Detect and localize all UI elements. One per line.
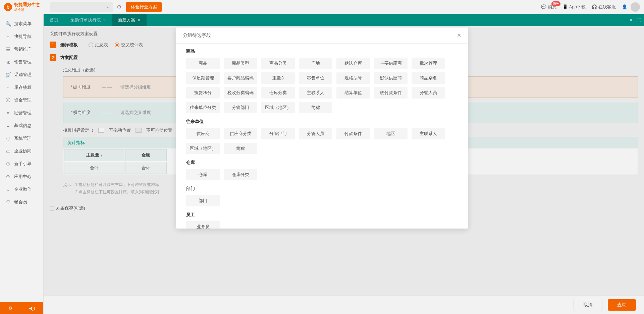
field-option[interactable]: 零售单位	[299, 72, 332, 84]
close-icon[interactable]: ✕	[457, 32, 461, 39]
field-option[interactable]: 拣货积分	[186, 87, 220, 99]
modal-mask: 分组待选字段 ✕ 商品商品商品类型商品分类产地默认仓库主要供应商批次管理保质期管…	[0, 0, 644, 314]
field-option[interactable]: 主要供应商	[374, 58, 408, 69]
field-group-title: 员工	[186, 212, 465, 218]
field-option[interactable]: 简称	[224, 143, 257, 154]
modal-title: 分组待选字段	[183, 33, 211, 39]
field-option[interactable]: 仓库分类	[224, 169, 257, 180]
field-option[interactable]: 地区	[374, 128, 408, 139]
field-picker-modal: 分组待选字段 ✕ 商品商品商品类型商品分类产地默认仓库主要供应商批次管理保质期管…	[176, 27, 468, 229]
field-option[interactable]: 商品	[186, 58, 220, 69]
field-option[interactable]: 重量3	[261, 72, 295, 84]
field-option[interactable]: 仓库分类	[261, 87, 295, 99]
field-option[interactable]: 税收分类编码	[224, 87, 257, 99]
field-option[interactable]: 分管部门	[261, 128, 295, 139]
field-group-2: 仓库仓库仓库分类	[186, 160, 465, 180]
field-group-title: 往来单位	[186, 119, 465, 125]
field-option[interactable]: 商品别名	[412, 72, 445, 84]
field-option[interactable]: 默认供应商	[374, 72, 408, 84]
field-option[interactable]: 商品分类	[261, 58, 295, 69]
field-option[interactable]: 区域（地区）	[186, 143, 220, 154]
field-group-4: 员工业务员	[186, 212, 465, 229]
field-group-title: 部门	[186, 186, 465, 192]
field-option[interactable]: 供应商分类	[224, 128, 257, 139]
field-option[interactable]: 供应商	[186, 128, 220, 139]
field-option[interactable]: 分管人员	[299, 128, 332, 139]
field-option[interactable]: 往来单位分类	[186, 102, 220, 113]
field-option[interactable]: 简称	[299, 102, 332, 113]
field-group-title: 仓库	[186, 160, 465, 166]
field-option[interactable]: 客户商品编码	[224, 72, 257, 84]
field-option[interactable]: 付款条件	[336, 128, 370, 139]
field-option[interactable]: 收付款条件	[374, 87, 408, 99]
field-option[interactable]: 商品类型	[224, 58, 257, 69]
field-group-1: 往来单位供应商供应商分类分管部门分管人员付款条件地区主联系人区域（地区）简称	[186, 119, 465, 154]
field-option[interactable]: 业务员	[186, 221, 220, 229]
field-option[interactable]: 分管部门	[224, 102, 257, 113]
field-option[interactable]: 批次管理	[412, 58, 445, 69]
field-option[interactable]: 产地	[299, 58, 332, 69]
field-option[interactable]: 区域（地区）	[261, 102, 295, 113]
field-option[interactable]: 主联系人	[299, 87, 332, 99]
field-group-title: 商品	[186, 48, 465, 54]
field-option[interactable]: 结算单位	[336, 87, 370, 99]
field-group-3: 部门部门	[186, 186, 465, 206]
field-option[interactable]: 仓库	[186, 169, 220, 180]
field-option[interactable]: 分管人员	[412, 87, 445, 99]
field-option[interactable]: 默认仓库	[336, 58, 370, 69]
field-option[interactable]: 主联系人	[412, 128, 445, 139]
field-option[interactable]: 规格型号	[336, 72, 370, 84]
field-option[interactable]: 保质期管理	[186, 72, 220, 84]
field-option[interactable]: 部门	[186, 195, 220, 206]
field-group-0: 商品商品商品类型商品分类产地默认仓库主要供应商批次管理保质期管理客户商品编码重量…	[186, 48, 465, 113]
